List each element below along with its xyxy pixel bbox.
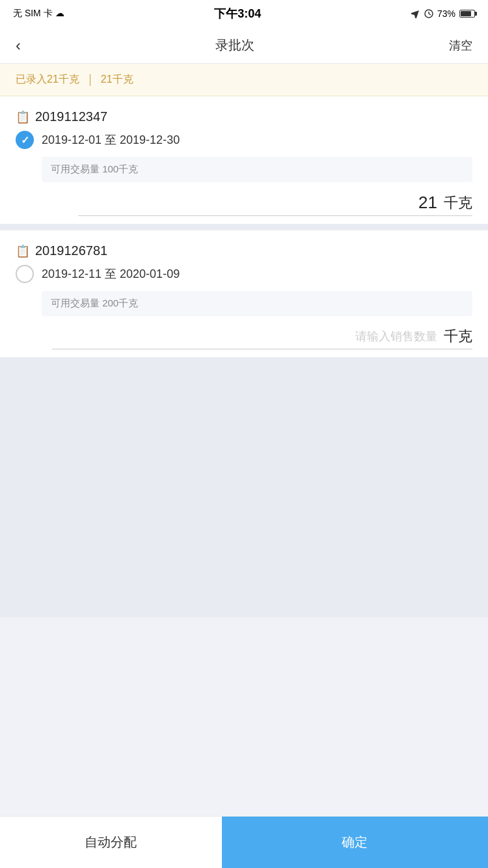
batch-1-date-row: 2019-12-01 至 2019-12-30 [16, 131, 472, 149]
clock-icon [424, 9, 433, 18]
back-button[interactable]: ‹ [16, 36, 21, 55]
page-title: 录批次 [215, 36, 254, 54]
batch-1-icon: 📋 [16, 110, 30, 124]
status-bar: 无 SIM 卡 ☁ 下午3:04 73% [0, 0, 488, 27]
bottom-bar: 自动分配 确定 [0, 816, 488, 868]
batch-2-date-row: 2019-12-11 至 2020-01-09 [16, 265, 472, 283]
batch-2-unit: 千克 [444, 327, 472, 346]
batch-card-1: 📋 2019112347 2019-12-01 至 2019-12-30 可用交… [0, 96, 488, 182]
banner-amount: 21千克 [101, 73, 133, 87]
battery-percent: 73% [437, 8, 455, 19]
batch-1-date: 2019-12-01 至 2019-12-30 [42, 132, 180, 148]
batch-2-icon: 📋 [16, 244, 30, 258]
banner-divider [90, 74, 90, 86]
clear-button[interactable]: 清空 [449, 38, 472, 53]
batch-2-id: 2019126781 [35, 243, 107, 258]
batch-1-header: 📋 2019112347 [16, 109, 472, 124]
batch-2-header: 📋 2019126781 [16, 243, 472, 258]
info-banner: 已录入21千克 21千克 [0, 64, 488, 96]
batch-2-radio[interactable] [16, 265, 34, 283]
batch-2-quantity-placeholder: 请输入销售数量 [355, 329, 437, 344]
location-icon [411, 9, 420, 18]
nav-bar: ‹ 录批次 清空 [0, 27, 488, 64]
status-bar-right: 73% [411, 8, 475, 19]
main-content: 已录入21千克 21千克 📋 2019112347 2019-12-01 至 2… [0, 64, 488, 670]
batch-1-id: 2019112347 [35, 109, 107, 124]
svg-marker-0 [411, 9, 420, 18]
batch-1-underline [78, 215, 472, 216]
battery-icon [459, 10, 475, 18]
recorded-label: 已录入21千克 [16, 73, 79, 87]
auto-distribute-button[interactable]: 自动分配 [0, 817, 222, 868]
batch-2-available: 可用交易量 200千克 [42, 291, 472, 316]
batch-1-quantity: 21 [418, 193, 437, 213]
sim-label: 无 SIM 卡 ☁ [13, 8, 64, 20]
status-bar-left: 无 SIM 卡 ☁ [13, 8, 64, 20]
svg-line-3 [429, 14, 431, 15]
batch-card-2: 📋 2019126781 2019-12-11 至 2020-01-09 可用交… [0, 230, 488, 316]
batch-1-available: 可用交易量 100千克 [42, 157, 472, 182]
batch-1-radio[interactable] [16, 131, 34, 149]
batch-1-unit: 千克 [444, 193, 472, 213]
status-bar-time: 下午3:04 [214, 6, 261, 21]
confirm-button[interactable]: 确定 [222, 817, 488, 868]
batch-2-date: 2019-12-11 至 2020-01-09 [42, 266, 180, 282]
batch-2-underline [52, 349, 472, 349]
section-separator-1 [0, 224, 488, 230]
gray-fill-area [0, 357, 488, 617]
